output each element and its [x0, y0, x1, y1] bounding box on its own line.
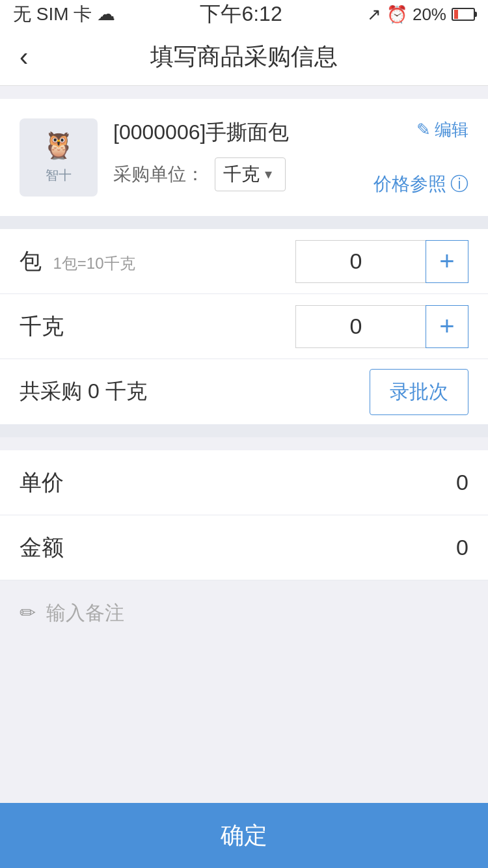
- amount-value: 0: [456, 535, 468, 560]
- page-header: ‹ 填写商品采购信息: [0, 29, 488, 86]
- alarm-icon: ⏰: [386, 5, 407, 25]
- unit-price-row: 单价 0: [0, 450, 488, 515]
- status-time: 下午6:12: [200, 0, 282, 29]
- bag-sub-label: 1包=10千克: [53, 254, 135, 272]
- product-logo-icon: 🦉: [42, 130, 75, 161]
- chevron-down-icon: ▾: [265, 166, 272, 183]
- total-label: 共采购 0 千克: [20, 377, 370, 406]
- confirm-button[interactable]: 确定: [0, 803, 488, 868]
- input-section: 包 1包=10千克 + 千克 +: [0, 229, 488, 359]
- kg-input-wrapper: +: [295, 305, 468, 348]
- location-icon: ↗: [367, 5, 381, 25]
- pricing-section: 单价 0 金额 0: [0, 450, 488, 580]
- status-bar: 无 SIM 卡 ☁ 下午6:12 ↗ ⏰ 20%: [0, 0, 488, 29]
- amount-row: 金额 0: [0, 515, 488, 580]
- bag-input-row: 包 1包=10千克 +: [0, 229, 488, 294]
- page-title: 填写商品采购信息: [150, 41, 338, 73]
- edit-button[interactable]: ✎ 编辑: [416, 118, 468, 141]
- product-name: [0000006]手撕面包: [113, 118, 468, 147]
- sim-label: 无 SIM 卡 ☁: [13, 2, 115, 27]
- unit-price-label: 单价: [20, 468, 456, 498]
- section-divider-2: [0, 424, 488, 437]
- record-batch-button[interactable]: 录批次: [370, 369, 468, 415]
- kg-input[interactable]: [295, 305, 426, 348]
- price-ref-button[interactable]: 价格参照 ⓘ: [373, 172, 468, 197]
- edit-icon: ✎: [416, 120, 431, 140]
- unit-select[interactable]: 千克 ▾: [215, 157, 286, 191]
- battery-percent: 20%: [413, 5, 446, 25]
- product-brand-text: 智十: [46, 168, 72, 182]
- unit-price-value: 0: [456, 470, 468, 495]
- notes-section: ✏ 输入备注: [0, 580, 488, 658]
- bag-label: 包 1包=10千克: [20, 247, 295, 277]
- kg-input-row: 千克 +: [0, 294, 488, 359]
- status-left: 无 SIM 卡 ☁: [13, 2, 115, 27]
- back-button[interactable]: ‹: [20, 42, 28, 72]
- kg-label: 千克: [20, 312, 295, 342]
- notes-placeholder-text: 输入备注: [46, 600, 124, 627]
- edit-label: 编辑: [435, 118, 468, 141]
- pencil-icon: ✏: [20, 601, 36, 624]
- info-icon: ⓘ: [450, 172, 468, 197]
- total-row: 共采购 0 千克 录批次: [0, 359, 488, 424]
- amount-label: 金额: [20, 533, 456, 563]
- product-card: 🦉 智十 [0000006]手撕面包 采购单位： 千克 ▾ ✎ 编辑 价格参照 …: [0, 99, 488, 216]
- section-divider-1: [0, 216, 488, 229]
- bag-input[interactable]: [295, 240, 426, 283]
- bag-plus-button[interactable]: +: [426, 240, 468, 283]
- battery-icon: [452, 8, 475, 21]
- status-right: ↗ ⏰ 20%: [367, 5, 475, 25]
- product-image: 🦉 智十: [20, 118, 98, 197]
- kg-plus-button[interactable]: +: [426, 305, 468, 348]
- unit-label: 采购单位：: [113, 162, 204, 187]
- price-ref-label: 价格参照: [373, 172, 446, 197]
- bag-input-wrapper: +: [295, 240, 468, 283]
- unit-value: 千克: [223, 162, 260, 187]
